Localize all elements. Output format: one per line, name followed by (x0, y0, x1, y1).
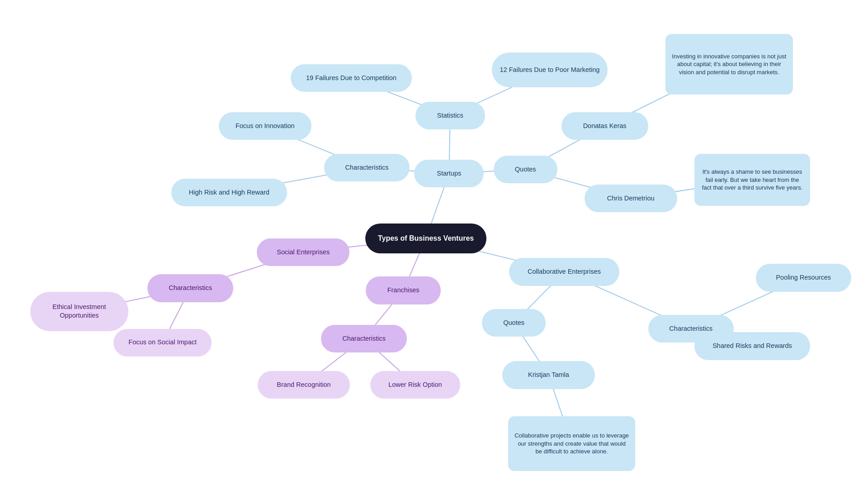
node-char_startups[interactable]: Characteristics (324, 154, 410, 181)
node-quote2_text[interactable]: It's always a shame to see businesses fa… (694, 154, 810, 206)
node-innovation[interactable]: Focus on Innovation (219, 112, 311, 140)
node-brand[interactable]: Brand Recognition (258, 371, 350, 399)
node-ethical[interactable]: Ethical Investment Opportunities (30, 292, 129, 331)
node-shared_risks[interactable]: Shared Risks and Rewards (694, 332, 810, 360)
node-stat2[interactable]: 12 Failures Due to Poor Marketing (492, 52, 608, 87)
node-pooling[interactable]: Pooling Resources (756, 264, 851, 291)
node-char_franchises[interactable]: Characteristics (321, 325, 406, 352)
node-collab_quote_text[interactable]: Collaborative projects enable us to leve… (508, 416, 636, 471)
node-center[interactable]: Types of Business Ventures (365, 224, 487, 254)
node-quotes_startups[interactable]: Quotes (494, 156, 557, 183)
node-collab_ent[interactable]: Collaborative Enterprises (509, 258, 619, 285)
node-franchises[interactable]: Franchises (366, 276, 441, 304)
node-donatas[interactable]: Donatas Keras (561, 112, 648, 140)
node-statistics[interactable]: Statistics (415, 102, 485, 129)
mindmap-container: Types of Business VenturesStartupsStatis… (0, 0, 868, 490)
node-social_ent[interactable]: Social Enterprises (257, 238, 349, 266)
node-high_risk[interactable]: High Risk and High Reward (171, 179, 287, 206)
node-quotes_collab[interactable]: Quotes (482, 309, 546, 337)
node-quote1_text[interactable]: Investing in innovative companies is not… (665, 34, 793, 95)
node-lower_risk[interactable]: Lower Risk Option (370, 371, 460, 399)
node-stat1[interactable]: 19 Failures Due to Competition (291, 64, 412, 92)
node-social_impact[interactable]: Focus on Social Impact (113, 329, 212, 357)
node-char_social[interactable]: Characteristics (147, 274, 233, 302)
node-kristjan[interactable]: Kristjan Tamla (502, 361, 595, 389)
node-startups[interactable]: Startups (414, 160, 484, 187)
node-chris[interactable]: Chris Demetriou (585, 185, 677, 212)
